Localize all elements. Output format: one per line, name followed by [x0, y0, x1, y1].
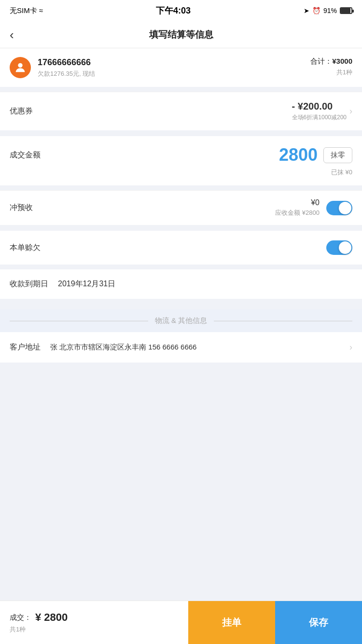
- amount-row: 成交金额 2800 抹零: [10, 145, 352, 165]
- save-button[interactable]: 保存: [275, 601, 362, 644]
- bottom-price-row: 成交： ¥ 2800: [10, 611, 179, 624]
- amount-right: 2800 抹零: [279, 145, 352, 165]
- section-divider-3: [0, 304, 362, 309]
- address-value: 张 北京市市辖区海淀区永丰南 156 6666 6666: [50, 342, 340, 353]
- address-label: 客户地址: [10, 342, 41, 352]
- status-left: 无SIM卡 ≈: [10, 6, 43, 15]
- section-divider-2: [0, 225, 362, 231]
- main-content: 17666666666 欠款1276.35元, 现结 合计：¥3000 共1种 …: [0, 48, 362, 503]
- due-label: 收款到期日: [10, 279, 48, 289]
- prepay-amount: ¥0: [275, 198, 320, 207]
- user-left: 17666666666 欠款1276.35元, 现结: [10, 57, 95, 78]
- coupon-label: 优惠券: [10, 106, 33, 116]
- due-value: 2019年12月31日: [58, 279, 115, 289]
- status-bar: 无SIM卡 ≈ 下午4:03 ➤ ⏰ 91%: [0, 0, 362, 21]
- coupon-right: - ¥200.00 全场6折满1000减200 ›: [292, 101, 352, 122]
- coupon-row[interactable]: 优惠券 - ¥200.00 全场6折满1000减200 ›: [0, 92, 362, 130]
- location-icon: ➤: [304, 7, 309, 14]
- total-label: 合计：¥3000: [310, 57, 352, 66]
- bottom-bar: 成交： ¥ 2800 共1种 挂单 保存: [0, 601, 362, 644]
- battery-icon: [340, 7, 352, 14]
- bottom-label: 成交：: [10, 613, 31, 622]
- coupon-chevron-icon: ›: [349, 106, 352, 116]
- prepay-sub: 应收金额 ¥2800: [275, 209, 320, 217]
- prepay-label: 冲预收: [10, 203, 33, 213]
- hang-button[interactable]: 挂单: [188, 601, 275, 644]
- prepay-row: 冲预收 ¥0 应收金额 ¥2800: [0, 190, 362, 225]
- logistics-title: 物流 & 其他信息: [155, 316, 207, 324]
- bottom-count: 共1种: [10, 625, 179, 634]
- back-button[interactable]: ‹: [10, 28, 14, 41]
- empty-area: [0, 363, 362, 459]
- status-time: 下午4:03: [156, 5, 191, 16]
- user-card: 17666666666 欠款1276.35元, 现结 合计：¥3000 共1种: [0, 48, 362, 87]
- avatar: [10, 57, 31, 78]
- debt-section: 本单赊欠: [0, 231, 362, 265]
- prepay-right: ¥0 应收金额 ¥2800: [275, 198, 352, 217]
- address-section[interactable]: 客户地址 张 北京市市辖区海淀区永丰南 156 6666 6666 ›: [0, 332, 362, 363]
- amount-section: 成交金额 2800 抹零 已抹 ¥0: [0, 136, 362, 185]
- coupon-desc: 全场6折满1000减200: [292, 113, 347, 122]
- user-sub: 欠款1276.35元, 现结: [38, 70, 95, 78]
- user-icon: [14, 61, 27, 74]
- user-phone: 17666666666: [38, 57, 95, 68]
- section-divider-1: [0, 130, 362, 136]
- deal-label: 成交金额: [10, 150, 41, 160]
- total-count: 共1种: [310, 68, 352, 77]
- battery-text: 91%: [323, 7, 337, 14]
- debt-label: 本单赊欠: [10, 243, 41, 253]
- deal-sub: 已抹 ¥0: [10, 168, 352, 177]
- logistics-header: 物流 & 其他信息: [0, 309, 362, 332]
- status-right: ➤ ⏰ 91%: [304, 7, 352, 14]
- bottom-info: 成交： ¥ 2800 共1种: [0, 601, 188, 644]
- page-title: 填写结算等信息: [149, 28, 213, 41]
- user-right: 合计：¥3000 共1种: [310, 57, 352, 77]
- prepay-toggle[interactable]: [326, 201, 352, 215]
- coupon-amount: - ¥200.00: [292, 101, 347, 112]
- bottom-price: ¥ 2800: [35, 611, 68, 624]
- nav-bar: ‹ 填写结算等信息: [0, 21, 362, 48]
- deal-value: 2800: [279, 145, 318, 165]
- no-sim-text: 无SIM卡 ≈: [10, 6, 43, 15]
- user-info: 17666666666 欠款1276.35元, 现结: [38, 57, 95, 78]
- round-button[interactable]: 抹零: [323, 147, 352, 163]
- debt-toggle[interactable]: [326, 240, 352, 255]
- alarm-icon: ⏰: [312, 7, 320, 14]
- due-row: 收款到期日 2019年12月31日: [10, 279, 352, 289]
- address-chevron-icon: ›: [349, 342, 352, 352]
- svg-point-0: [18, 63, 22, 68]
- due-date-section: 收款到期日 2019年12月31日: [0, 269, 362, 299]
- prepay-amount-block: ¥0 应收金额 ¥2800: [275, 198, 320, 217]
